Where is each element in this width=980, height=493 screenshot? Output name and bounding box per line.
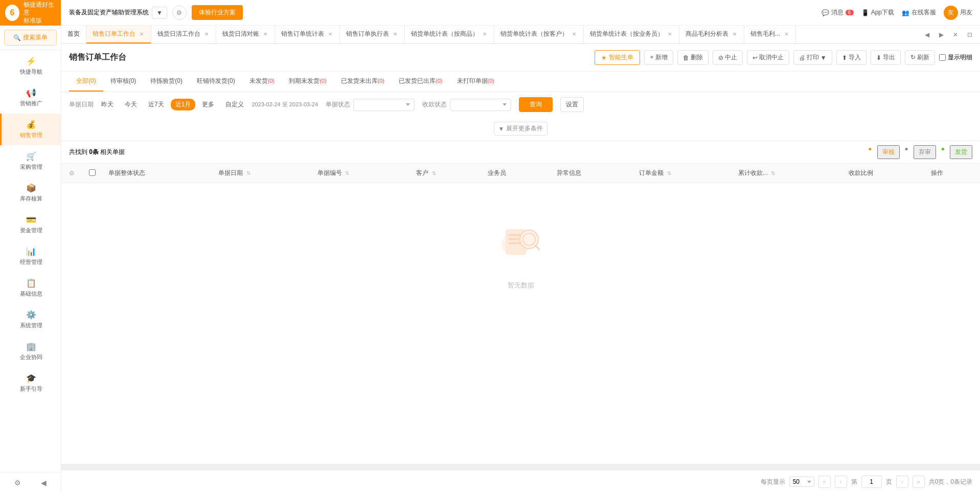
page-size-select[interactable]: 20 50 100	[789, 477, 814, 487]
sidebar-item-base-info[interactable]: 📋 基础信息	[0, 272, 61, 304]
subtab-wangpu-pending[interactable]: 旺铺待发货(0)	[190, 72, 242, 92]
sort-date-icon[interactable]: ⇅	[246, 170, 250, 176]
tab-goods-stats-product[interactable]: 销货单统计表（按商品） ✕	[405, 26, 494, 43]
print-button[interactable]: 🖨 打印 ▼	[793, 50, 832, 65]
close-goods-stats-customer-tab[interactable]: ✕	[571, 31, 577, 37]
query-button[interactable]: 查询	[519, 97, 553, 112]
close-sales-exec-tab[interactable]: ✕	[392, 31, 398, 37]
user-menu-button[interactable]: 友 用友	[944, 6, 972, 20]
date-7days-btn[interactable]: 近7天	[144, 99, 169, 110]
cancel-stop-button[interactable]: ↩ 取消中止	[747, 50, 789, 65]
close-goods-stats-staff-tab[interactable]: ✕	[667, 31, 673, 37]
smart-generate-button[interactable]: ★ 智能生单	[595, 50, 640, 65]
close-goods-stats-product-tab[interactable]: ✕	[482, 31, 488, 37]
date-yesterday-btn[interactable]: 昨天	[97, 99, 118, 110]
tab-sales-more[interactable]: 销售毛利... ✕	[744, 26, 796, 43]
summary-bar: 共找到 0条 相关单据 ● 审核 ● 弃审 ● 发货	[61, 141, 980, 164]
delete-button[interactable]: 🗑 删除	[677, 50, 709, 65]
import-button[interactable]: ⬆ 导入	[836, 50, 867, 65]
add-button[interactable]: + 新增	[644, 50, 673, 65]
first-page-button[interactable]: «	[818, 476, 831, 488]
sidebar-item-marketing[interactable]: 📢 营销推广	[0, 82, 61, 114]
subtab-not-shipped[interactable]: 未发货(0)	[242, 72, 282, 92]
stop-button[interactable]: ⊘ 中止	[713, 50, 743, 65]
subtab-all[interactable]: 全部(0)	[69, 72, 103, 92]
batch-cancel-audit-button[interactable]: 弃审	[914, 145, 936, 159]
system-dropdown-button[interactable]: ▼	[152, 7, 167, 19]
sidebar-item-quick-nav[interactable]: ⚡ 快捷导航	[0, 50, 61, 82]
horizontal-scrollbar[interactable]	[61, 464, 980, 470]
sort-customer-icon[interactable]: ⇅	[432, 170, 436, 176]
prev-page-button[interactable]: ‹	[835, 476, 847, 488]
batch-ship-button[interactable]: 发货	[950, 145, 972, 159]
date-1month-btn[interactable]: 近1月	[171, 99, 196, 110]
sort-collected-icon[interactable]: ⇅	[771, 170, 775, 176]
sort-amount-icon[interactable]: ⇅	[667, 170, 671, 176]
subtab-shipped-out[interactable]: 已发货已出库(0)	[392, 72, 449, 92]
next-page-button[interactable]: ›	[896, 476, 908, 488]
sidebar-item-sales[interactable]: 💰 销售管理	[0, 114, 61, 145]
online-service-button[interactable]: 👥 在线客服	[902, 8, 936, 17]
sort-number-icon[interactable]: ⇅	[345, 170, 349, 176]
subtab-pending-check[interactable]: 待拣验货(0)	[143, 72, 190, 92]
settings-filter-button[interactable]: 设置	[560, 97, 584, 112]
date-custom-btn[interactable]: 自定义	[221, 99, 248, 110]
expand-tabs-button[interactable]: ⊡	[964, 29, 976, 41]
sidebar-item-purchase[interactable]: 🛒 采购管理	[0, 145, 61, 177]
tab-home[interactable]: 首页	[61, 26, 86, 43]
sidebar-item-inventory[interactable]: 📦 库存核算	[0, 177, 61, 209]
sidebar-item-guide[interactable]: 🎓 新手引导	[0, 367, 61, 399]
select-all-checkbox[interactable]	[89, 169, 96, 176]
tab-sales-stats[interactable]: 销售订单统计表 ✕	[275, 26, 340, 43]
tab-cash-daily[interactable]: 钱货日清工作台 ✕	[151, 26, 216, 43]
topbar-settings-button[interactable]: ⚙	[172, 6, 187, 20]
refresh-button[interactable]: ↻ 刷新	[905, 50, 935, 65]
close-sales-stats-tab[interactable]: ✕	[327, 31, 333, 37]
tab-goods-margin[interactable]: 商品毛利分析表 ✕	[679, 26, 744, 43]
search-menu-button[interactable]: 🔍 搜索菜单	[4, 30, 57, 46]
page-title: 销售订单工作台	[69, 52, 126, 63]
sidebar-item-operation[interactable]: 📊 经营管理	[0, 240, 61, 272]
subtab-shipped-not-out[interactable]: 已发货未出库(0)	[334, 72, 392, 92]
tab-goods-stats-staff[interactable]: 销货单统计表（按业务员） ✕	[584, 26, 679, 43]
sidebar-item-enterprise[interactable]: 🏢 企业协同	[0, 335, 61, 367]
payment-filter-select[interactable]	[450, 99, 511, 111]
close-sales-workbench-tab[interactable]: ✕	[139, 31, 145, 37]
settings-button[interactable]: ⚙	[10, 477, 25, 489]
last-page-button[interactable]: »	[913, 476, 925, 488]
message-button[interactable]: 💬 消息 6	[822, 8, 854, 17]
solution-button[interactable]: 体验行业方案	[192, 5, 243, 20]
date-more-btn[interactable]: 更多	[197, 99, 219, 110]
sidebar-item-system[interactable]: ⚙️ 系统管理	[0, 304, 61, 335]
app-download-button[interactable]: 📱 App下载	[861, 8, 894, 17]
purchase-icon: 🛒	[26, 151, 36, 161]
export-button[interactable]: ⬇ 导出	[871, 50, 901, 65]
subtab-expired-not-shipped[interactable]: 到期未发货(0)	[282, 72, 333, 92]
dot-icon-cancel: ●	[905, 145, 908, 159]
close-goods-margin-tab[interactable]: ✕	[732, 31, 738, 37]
tab-sales-exec[interactable]: 销售订单执行表 ✕	[340, 26, 405, 43]
subtab-not-printed[interactable]: 未打印单据(0)	[450, 72, 502, 92]
sidebar-item-capital[interactable]: 💳 资金管理	[0, 209, 61, 240]
subtab-pending-audit[interactable]: 待审核(0)	[103, 72, 144, 92]
show-detail-checkbox-label[interactable]: 显示明细	[939, 53, 972, 62]
tab-goods-stats-customer[interactable]: 销货单统计表（按客户） ✕	[494, 26, 584, 43]
tab-scroll-next-button[interactable]: ▶	[935, 29, 947, 41]
status-filter-select[interactable]	[353, 99, 415, 111]
show-detail-checkbox[interactable]	[939, 54, 946, 61]
close-cash-reconcile-tab[interactable]: ✕	[262, 31, 268, 37]
cancel-stop-icon: ↩	[753, 54, 758, 61]
th-customer: 客户 ⇅	[410, 164, 482, 183]
batch-audit-button[interactable]: 审核	[877, 145, 900, 159]
tab-sales-workbench[interactable]: 销售订单工作台 ✕	[86, 26, 151, 43]
expand-filters-button[interactable]: ▼ 展开更多条件	[494, 122, 548, 136]
page-number-input[interactable]	[861, 476, 882, 488]
close-cash-daily-tab[interactable]: ✕	[203, 31, 210, 37]
tab-cash-reconcile[interactable]: 钱货日清对账 ✕	[216, 26, 275, 43]
close-sales-more-tab[interactable]: ✕	[783, 31, 789, 37]
collapse-sidebar-button[interactable]: ◀	[37, 477, 51, 489]
date-today-btn[interactable]: 今天	[120, 99, 142, 110]
sales-exec-tab-label: 销售订单执行表	[346, 30, 389, 38]
tab-scroll-prev-button[interactable]: ◀	[921, 29, 933, 41]
close-all-tabs-button[interactable]: ✕	[949, 29, 962, 41]
